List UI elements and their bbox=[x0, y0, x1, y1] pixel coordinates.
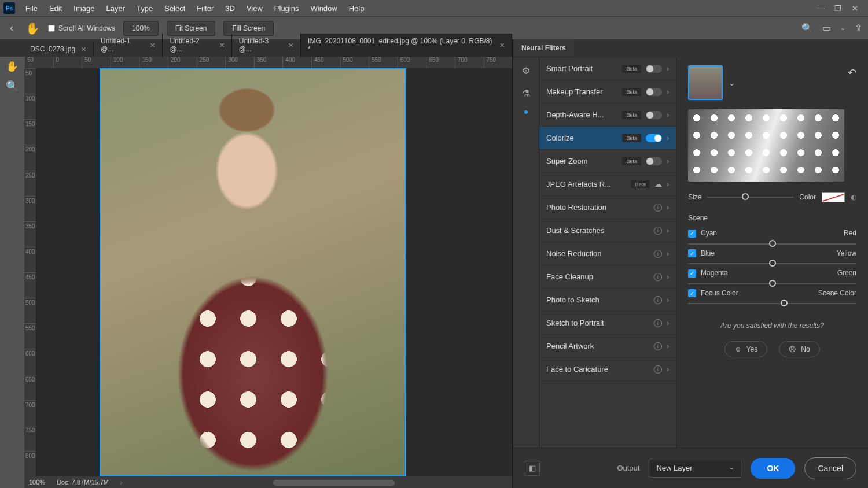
balance-checkbox[interactable]: ✓ bbox=[688, 249, 696, 257]
menu-image[interactable]: Image bbox=[68, 2, 100, 15]
color-menu-icon[interactable]: ◐ bbox=[851, 193, 856, 201]
menu-type[interactable]: Type bbox=[131, 2, 159, 15]
close-icon[interactable]: ✕ bbox=[852, 4, 860, 13]
menu-help[interactable]: Help bbox=[343, 2, 370, 15]
filter-row-noise-reduction[interactable]: Noise Reductioni› bbox=[539, 242, 676, 265]
filter-row-colorize[interactable]: ColorizeBeta› bbox=[539, 127, 676, 150]
balance-slider[interactable] bbox=[688, 303, 856, 304]
filter-row-sketch-to-portrait[interactable]: Sketch to Portraiti› bbox=[539, 312, 676, 335]
yes-button[interactable]: ☺Yes bbox=[724, 341, 767, 357]
info-icon[interactable]: i bbox=[654, 204, 662, 212]
cloud-download-icon[interactable]: ☁ bbox=[654, 180, 662, 188]
menu-plugins[interactable]: Plugins bbox=[269, 2, 305, 15]
image-frame[interactable] bbox=[100, 68, 406, 476]
filter-row-face-cleanup[interactable]: Face Cleanupi› bbox=[539, 265, 676, 289]
menu-filter[interactable]: Filter bbox=[191, 2, 219, 15]
scrollbar-thumb[interactable] bbox=[273, 480, 395, 486]
balance-checkbox[interactable]: ✓ bbox=[688, 289, 696, 297]
filter-row-dust-scratches[interactable]: Dust & Scratchesi› bbox=[539, 219, 676, 242]
filter-row-jpeg-artefacts-r-[interactable]: JPEG Artefacts R...Beta☁› bbox=[539, 173, 676, 196]
document-tab[interactable]: Untitled-2 @...✕ bbox=[163, 34, 231, 57]
workspace-chevron-icon[interactable]: ⌄ bbox=[840, 24, 845, 32]
filter-row-photo-restoration[interactable]: Photo Restorationi› bbox=[539, 196, 676, 219]
info-icon[interactable]: i bbox=[654, 365, 662, 374]
canvas[interactable] bbox=[36, 68, 512, 476]
scene-section-title: Scene bbox=[688, 214, 856, 222]
filter-toggle[interactable] bbox=[646, 157, 662, 165]
balance-left-label: Magenta bbox=[701, 269, 728, 277]
layer-preview-icon[interactable]: ◧ bbox=[525, 461, 540, 476]
filter-name: Pencil Artwork bbox=[546, 342, 649, 350]
share-icon[interactable]: ⇪ bbox=[855, 23, 862, 34]
scroll-all-checkbox[interactable]: Scroll All Windows bbox=[48, 24, 115, 32]
reset-icon[interactable]: ↶ bbox=[848, 66, 856, 79]
filter-row-pencil-artwork[interactable]: Pencil Artworki› bbox=[539, 335, 676, 358]
beaker-icon[interactable]: ⚗ bbox=[522, 88, 530, 99]
menu-3d[interactable]: 3D bbox=[219, 2, 241, 15]
info-icon[interactable]: i bbox=[654, 296, 662, 304]
hand-tool-icon[interactable]: ✋ bbox=[25, 21, 40, 35]
preview-image[interactable] bbox=[688, 109, 844, 182]
left-toolbar: ✋ 🔍 bbox=[0, 57, 24, 488]
balance-slider[interactable] bbox=[688, 243, 856, 245]
filter-list: Smart PortraitBeta›Makeup TransferBeta›D… bbox=[539, 57, 676, 448]
ok-button[interactable]: OK bbox=[751, 458, 795, 479]
balance-checkbox[interactable]: ✓ bbox=[688, 269, 696, 278]
maximize-icon[interactable]: ❐ bbox=[834, 4, 843, 13]
filter-row-photo-to-sketch[interactable]: Photo to Sketchi› bbox=[539, 289, 676, 312]
filter-toggle[interactable] bbox=[646, 111, 662, 119]
menu-select[interactable]: Select bbox=[159, 2, 191, 15]
close-tab-icon[interactable]: ✕ bbox=[499, 42, 505, 49]
face-thumbnail[interactable] bbox=[688, 65, 723, 100]
close-tab-icon[interactable]: ✕ bbox=[219, 42, 225, 49]
balance-left-label: Cyan bbox=[701, 229, 717, 237]
close-tab-icon[interactable]: ✕ bbox=[150, 42, 155, 49]
filter-row-face-to-caricature[interactable]: Face to Caricaturei› bbox=[539, 358, 676, 381]
filter-toggle[interactable] bbox=[646, 88, 662, 96]
no-button[interactable]: ☹No bbox=[779, 341, 819, 357]
status-chevron-icon[interactable]: › bbox=[120, 479, 123, 486]
info-icon[interactable]: i bbox=[654, 319, 662, 327]
chevron-right-icon: › bbox=[667, 180, 669, 188]
filter-toggle[interactable] bbox=[646, 134, 662, 142]
output-select[interactable]: New Layer bbox=[649, 459, 741, 478]
balance-left-label: Focus Color bbox=[701, 289, 738, 297]
document-tab[interactable]: DSC_0278.jpg✕ bbox=[23, 42, 94, 57]
color-swatch[interactable] bbox=[822, 192, 845, 202]
minimize-icon[interactable]: — bbox=[817, 4, 825, 13]
info-icon[interactable]: i bbox=[654, 227, 662, 235]
info-icon[interactable]: i bbox=[654, 342, 662, 350]
back-icon[interactable]: ‹ bbox=[6, 22, 17, 34]
balance-checkbox[interactable]: ✓ bbox=[688, 230, 696, 238]
menu-file[interactable]: File bbox=[20, 2, 43, 15]
document-tab[interactable]: Untitled-1 @...✕ bbox=[94, 34, 163, 57]
menu-layer[interactable]: Layer bbox=[101, 2, 131, 15]
size-label: Size bbox=[688, 193, 701, 201]
beta-badge: Beta bbox=[631, 180, 650, 188]
search-icon[interactable]: 🔍 bbox=[801, 23, 813, 34]
filter-row-makeup-transfer[interactable]: Makeup TransferBeta› bbox=[539, 80, 676, 103]
chevron-down-icon[interactable]: ⌄ bbox=[729, 78, 735, 87]
cancel-button[interactable]: Cancel bbox=[804, 457, 856, 479]
filter-row-super-zoom[interactable]: Super ZoomBeta› bbox=[539, 150, 676, 173]
size-slider[interactable] bbox=[707, 197, 793, 198]
document-tab[interactable]: Untitled-3 @...✕ bbox=[232, 34, 301, 57]
balance-slider[interactable] bbox=[688, 263, 856, 264]
sliders-icon[interactable]: ⚙ bbox=[522, 65, 530, 76]
filter-toggle[interactable] bbox=[646, 65, 662, 73]
info-icon[interactable]: i bbox=[654, 250, 662, 258]
zoom-tool-icon[interactable]: 🔍 bbox=[6, 80, 19, 93]
document-tab[interactable]: IMG_20201108_0001_edited.jpg @ 100% (Lay… bbox=[301, 34, 512, 57]
close-tab-icon[interactable]: ✕ bbox=[81, 46, 86, 53]
menu-view[interactable]: View bbox=[241, 2, 269, 15]
menu-window[interactable]: Window bbox=[304, 2, 343, 15]
beta-badge: Beta bbox=[622, 88, 641, 96]
info-icon[interactable]: i bbox=[654, 273, 662, 281]
menu-edit[interactable]: Edit bbox=[43, 2, 68, 15]
hand-tool-icon[interactable]: ✋ bbox=[6, 60, 19, 73]
workspace-icon[interactable]: ▭ bbox=[822, 23, 831, 34]
close-tab-icon[interactable]: ✕ bbox=[288, 42, 293, 49]
balance-slider[interactable] bbox=[688, 283, 856, 284]
filter-row-depth-aware-h-[interactable]: Depth-Aware H...Beta› bbox=[539, 103, 676, 127]
filter-row-smart-portrait[interactable]: Smart PortraitBeta› bbox=[539, 57, 676, 80]
